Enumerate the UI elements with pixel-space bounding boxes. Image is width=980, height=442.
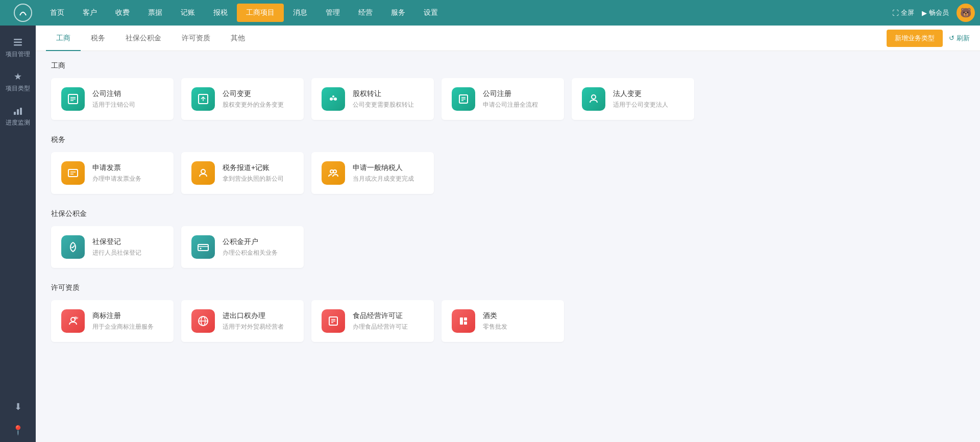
nav-settings[interactable]: 设置 bbox=[414, 0, 447, 26]
card-icon-legal-change bbox=[582, 87, 605, 111]
nav-invoice[interactable]: 票据 bbox=[139, 0, 172, 26]
card-trademark[interactable]: TM 商标注册 用于企业商标注册服务 bbox=[51, 300, 174, 342]
svg-point-23 bbox=[201, 169, 205, 174]
nav-right: ⛶ 全屏 ▶ 畅会员 🐻 bbox=[892, 4, 975, 22]
refresh-button[interactable]: ↺ 刷新 bbox=[949, 34, 970, 43]
card-text-taxpayer-apply: 申请一般纳税人 当月或次月成变更完成 bbox=[353, 163, 424, 183]
add-type-button[interactable]: 新增业务类型 bbox=[887, 30, 943, 47]
card-desc-company-register: 申请公司注册全流程 bbox=[483, 101, 554, 109]
main-layout: 项目管理 ★ 项目类型 进度监测 ⬇ 📍 bbox=[0, 26, 980, 442]
sidebar-item-project-type[interactable]: ★ 项目类型 bbox=[0, 65, 36, 99]
card-icon-invoice-apply bbox=[61, 161, 85, 185]
svg-point-25 bbox=[333, 170, 336, 173]
card-equity-transfer[interactable]: 股权转让 公司变更需要股权转让 bbox=[311, 78, 434, 120]
sidebar-item-download[interactable]: ⬇ bbox=[0, 395, 36, 419]
fullscreen-label: 全屏 bbox=[901, 8, 914, 17]
card-icon-company-cancel bbox=[61, 87, 85, 111]
tab-other[interactable]: 其他 bbox=[220, 26, 255, 51]
nav-business[interactable]: 工商项目 bbox=[237, 4, 284, 22]
tab-tax[interactable]: 税务 bbox=[81, 26, 115, 51]
card-legal-change[interactable]: 法人变更 适用于公司变更法人 bbox=[572, 78, 694, 120]
card-icon-trademark: TM bbox=[61, 309, 85, 333]
nav-operation[interactable]: 经营 bbox=[349, 0, 382, 26]
tab-bar: 工商 税务 社保公积金 许可资质 其他 新增业务类型 ↺ 刷新 bbox=[36, 26, 980, 51]
svg-point-14 bbox=[332, 95, 334, 97]
card-icon-social-register bbox=[61, 235, 85, 259]
card-tax-report[interactable]: 税务报道+记账 拿到营业执照的新公司 bbox=[181, 152, 304, 194]
nav-items: 首页 客户 收费 票据 记账 报税 工商项目 消息 管理 经营 服务 设置 bbox=[41, 0, 892, 26]
card-desc-equity-transfer: 公司变更需要股权转让 bbox=[353, 101, 424, 109]
card-fund-open[interactable]: 公积金开户 办理公积金相关业务 bbox=[181, 226, 304, 268]
nav-home[interactable]: 首页 bbox=[41, 0, 74, 26]
sidebar-item-project-management[interactable]: 项目管理 bbox=[0, 31, 36, 65]
svg-point-19 bbox=[592, 95, 596, 99]
vip-avatar[interactable]: 🐻 bbox=[957, 4, 975, 22]
svg-rect-1 bbox=[14, 42, 22, 43]
svg-rect-39 bbox=[460, 317, 463, 325]
card-text-company-cancel: 公司注销 适用于注销公司 bbox=[92, 89, 163, 109]
fullscreen-button[interactable]: ⛶ 全屏 bbox=[892, 8, 914, 17]
section-tax: 税务 申请发票 办理申请发票业务 bbox=[51, 135, 965, 194]
vip-icon: ▶ bbox=[922, 9, 927, 17]
card-grid-business: 公司注销 适用于注销公司 bbox=[51, 78, 965, 120]
svg-rect-0 bbox=[14, 39, 22, 40]
sidebar-label-project-management: 项目管理 bbox=[6, 50, 30, 59]
card-company-cancel[interactable]: 公司注销 适用于注销公司 bbox=[51, 78, 174, 120]
nav-customer[interactable]: 客户 bbox=[74, 0, 106, 26]
sidebar-bottom: ⬇ 📍 bbox=[0, 395, 36, 442]
card-company-register[interactable]: 公司注册 申请公司注册全流程 bbox=[442, 78, 564, 120]
svg-rect-3 bbox=[14, 112, 16, 115]
card-desc-invoice-apply: 办理申请发票业务 bbox=[92, 175, 163, 183]
card-food-license[interactable]: 食品经营许可证 办理食品经营许可证 bbox=[311, 300, 434, 342]
sidebar-item-location[interactable]: 📍 bbox=[0, 419, 36, 442]
nav-fee[interactable]: 收费 bbox=[106, 0, 139, 26]
tab-business[interactable]: 工商 bbox=[46, 26, 81, 51]
nav-manage[interactable]: 管理 bbox=[316, 0, 349, 26]
card-text-import-export: 进出口权办理 适用于对外贸易经营者 bbox=[223, 311, 293, 331]
card-title-tax-report: 税务报道+记账 bbox=[223, 163, 293, 173]
tab-actions: 新增业务类型 ↺ 刷新 bbox=[887, 30, 970, 47]
tab-license[interactable]: 许可资质 bbox=[172, 26, 220, 51]
vip-button[interactable]: ▶ 畅会员 bbox=[922, 8, 949, 17]
card-social-register[interactable]: 社保登记 进行人员社保登记 bbox=[51, 226, 174, 268]
tab-social-insurance[interactable]: 社保公积金 bbox=[115, 26, 172, 51]
section-business: 工商 公司注销 bbox=[51, 61, 965, 120]
card-text-company-register: 公司注册 申请公司注册全流程 bbox=[483, 89, 554, 109]
card-title-taxpayer-apply: 申请一般纳税人 bbox=[353, 163, 424, 173]
card-text-social-register: 社保登记 进行人员社保登记 bbox=[92, 237, 163, 257]
nav-message[interactable]: 消息 bbox=[284, 0, 316, 26]
card-grid-social: 社保登记 进行人员社保登记 bbox=[51, 226, 965, 268]
card-desc-social-register: 进行人员社保登记 bbox=[92, 249, 163, 257]
card-icon-food-license bbox=[322, 309, 345, 333]
sidebar-item-progress-monitor[interactable]: 进度监测 bbox=[0, 99, 36, 133]
card-desc-food-license: 办理食品经营许可证 bbox=[353, 323, 424, 331]
logo-icon bbox=[14, 4, 32, 22]
star-icon: ★ bbox=[12, 71, 23, 82]
card-alcohol[interactable]: 酒类 零售批发 bbox=[442, 300, 564, 342]
card-text-food-license: 食品经营许可证 办理食品经营许可证 bbox=[353, 311, 424, 331]
card-taxpayer-apply[interactable]: 申请一般纳税人 当月或次月成变更完成 bbox=[311, 152, 434, 194]
nav-accounting[interactable]: 记账 bbox=[172, 0, 204, 26]
card-title-fund-open: 公积金开户 bbox=[223, 237, 293, 247]
card-company-change[interactable]: 公司变更 股权变更外的业务变更 bbox=[181, 78, 304, 120]
card-title-social-register: 社保登记 bbox=[92, 237, 163, 247]
section-title-business: 工商 bbox=[51, 61, 965, 70]
sidebar: 项目管理 ★ 项目类型 进度监测 ⬇ 📍 bbox=[0, 26, 36, 442]
card-invoice-apply[interactable]: 申请发票 办理申请发票业务 bbox=[51, 152, 174, 194]
card-title-trademark: 商标注册 bbox=[92, 311, 163, 321]
refresh-icon: ↺ bbox=[949, 34, 954, 42]
card-title-company-cancel: 公司注销 bbox=[92, 89, 163, 99]
card-icon-fund-open bbox=[191, 235, 215, 259]
card-text-invoice-apply: 申请发票 办理申请发票业务 bbox=[92, 163, 163, 183]
nav-tax[interactable]: 报税 bbox=[204, 0, 237, 26]
nav-service[interactable]: 服务 bbox=[382, 0, 414, 26]
sidebar-label-project-type: 项目类型 bbox=[6, 84, 30, 93]
vip-label: 畅会员 bbox=[929, 8, 949, 17]
scroll-content[interactable]: 工商 公司注销 bbox=[36, 51, 980, 442]
card-import-export[interactable]: 进出口权办理 适用于对外贸易经营者 bbox=[181, 300, 304, 342]
content-area: 工商 税务 社保公积金 许可资质 其他 新增业务类型 ↺ 刷新 工商 bbox=[36, 26, 980, 442]
card-title-legal-change: 法人变更 bbox=[613, 89, 684, 99]
top-navigation: 首页 客户 收费 票据 记账 报税 工商项目 消息 管理 经营 服务 设置 ⛶ … bbox=[0, 0, 980, 26]
svg-text:TM: TM bbox=[75, 316, 78, 320]
section-social: 社保公积金 社保登记 进行人员社保登记 bbox=[51, 209, 965, 268]
